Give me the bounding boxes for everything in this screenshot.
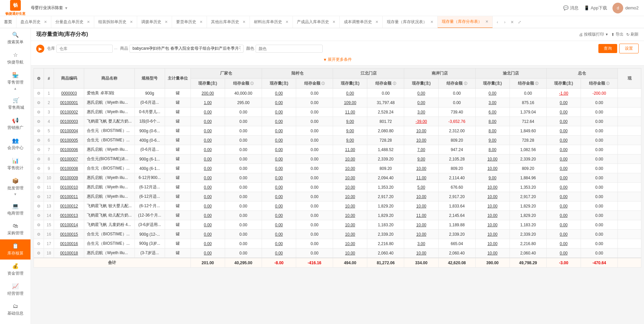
row-jiangbei-stock[interactable]: 10.00 [333,201,367,211]
row-jiangbei-stock[interactable]: 109.00 [333,98,367,107]
row-jiangbei-stock[interactable]: 9.00 [333,126,367,136]
row-code[interactable]: 00100007 [54,154,84,164]
row-yubei-stock[interactable]: 10.00 [475,192,509,201]
row-luoshan-stock[interactable]: 0.00 [262,164,296,173]
row-total-stock[interactable]: 0.00 [546,248,581,258]
message-btn[interactable]: 💬 消息 [563,5,579,11]
row-total-stock[interactable]: 0.00 [546,117,581,126]
warehouse-input[interactable] [56,45,113,53]
row-luoshan-stock[interactable]: 0.00 [262,211,296,220]
row-code[interactable]: 00100002 [54,107,84,117]
row-total-stock[interactable]: 0.00 [546,126,581,136]
row-factory-stock[interactable]: 200.00 [191,89,225,98]
row-jiangbei-stock[interactable]: 10.00 [333,248,367,258]
sidebar-item-system[interactable]: ⚙ 系统管理 [0,320,31,324]
sidebar-item-finance[interactable]: 💰 资金管理 [0,260,31,280]
row-nangang-stock[interactable]: -39.00 [404,117,438,126]
settings-btn[interactable]: 设置 [619,44,639,53]
row-total-stock[interactable]: 0.00 [546,164,581,173]
row-luoshan-stock[interactable]: 0.00 [262,220,296,230]
row-nangang-stock[interactable]: 3.00 [404,239,438,248]
row-settings[interactable]: ⚙ [34,220,44,230]
row-factory-stock[interactable]: 0.00 [191,220,225,230]
tab-yaohuo[interactable]: 要货单历史 ✕ [172,16,207,28]
sidebar-item-operations[interactable]: 📈 经营管理 [0,280,31,300]
close-qitachuku[interactable]: ✕ [243,20,246,24]
row-factory-stock[interactable]: 0.00 [191,145,225,154]
row-yubei-stock[interactable]: 8.00 [475,117,509,126]
row-code[interactable]: 00100013 [54,211,84,220]
row-total-stock[interactable]: 0.00 [546,154,581,164]
row-yubei-stock[interactable]: 9.00 [475,173,509,183]
row-jiangbei-stock[interactable]: 11.00 [333,107,367,117]
row-settings[interactable]: ⚙ [34,126,44,136]
row-code[interactable]: 00100001 [54,98,84,107]
row-jiangbei-stock[interactable]: 10.00 [333,154,367,164]
row-code[interactable]: 00100014 [54,220,84,230]
row-code[interactable]: 00100006 [54,145,84,154]
row-factory-stock[interactable]: 0.00 [191,192,225,201]
row-yubei-stock[interactable]: 6.00 [475,107,509,117]
row-total-stock[interactable]: 0.00 [546,173,581,183]
row-yubei-stock[interactable]: 10.00 [475,239,509,248]
row-factory-stock[interactable]: 0.00 [191,239,225,248]
row-yubei-stock[interactable]: 0.00 [475,89,509,98]
row-settings[interactable]: ⚙ [34,192,44,201]
row-factory-stock[interactable]: 0.00 [191,126,225,136]
row-yubei-stock[interactable]: 10.00 [475,220,509,230]
close-kucunfenbu[interactable]: ✕ [485,19,488,24]
row-yubei-stock[interactable]: 8.00 [475,145,509,154]
tab-wuliaochu[interactable]: 材料出库单历史 ✕ [250,16,293,28]
row-total-stock[interactable]: 0.00 [546,201,581,211]
row-nangang-stock[interactable]: 10.00 [404,136,438,145]
sidebar-item-purchase[interactable]: 🛍 采购管理 [0,220,31,239]
row-jiangbei-stock[interactable]: 10.00 [333,164,367,173]
row-yubei-stock[interactable]: 8.00 [475,126,509,136]
settings-gear-icon[interactable]: ⚙ [37,76,41,81]
row-code[interactable]: 00100012 [54,201,84,211]
row-yubei-stock[interactable]: 10.00 [475,230,509,239]
sidebar-item-shortcut[interactable]: ☆ 快捷导航 [0,48,31,68]
nav-expand[interactable]: ⤢ [516,19,523,26]
refresh-action[interactable]: ↻ 刷新 [626,32,639,37]
sidebar-item-wholesale[interactable]: 📦 批发管理 ▼ [0,174,31,199]
tab-kucunzhuangtai[interactable]: 现存量（库存状况表） ✕ [383,16,438,28]
row-luoshan-stock[interactable]: 0.00 [262,154,296,164]
row-nangang-stock[interactable]: 10.00 [404,126,438,136]
row-settings[interactable]: ⚙ [34,89,44,98]
row-yubei-stock[interactable]: 10.00 [475,164,509,173]
row-luoshan-stock[interactable]: 0.00 [262,230,296,239]
row-luoshan-stock[interactable]: 0.00 [262,201,296,211]
tab-chanchengru[interactable]: 产成品入库单历史 ✕ [293,16,340,28]
row-nangang-stock[interactable]: 9.00 [404,154,438,164]
expand-more-btn[interactable]: ▼ 展开更多条件 [323,57,352,62]
row-code[interactable]: 00100015 [54,230,84,239]
row-luoshan-stock[interactable]: 0.00 [262,192,296,201]
row-code[interactable]: 00100010 [54,183,84,192]
row-factory-stock[interactable]: 0.00 [191,136,225,145]
sidebar-item-ecommerce[interactable]: 💻 电商管理 [0,199,31,220]
row-code[interactable]: 00100004 [54,126,84,136]
row-total-stock[interactable]: 0.00 [546,230,581,239]
row-total-stock[interactable]: 0.00 [546,107,581,117]
row-nangang-stock[interactable]: 0.00 [404,98,438,107]
row-luoshan-stock[interactable]: 0.00 [262,145,296,154]
row-factory-stock[interactable]: 0.00 [191,107,225,117]
row-settings[interactable]: ⚙ [34,164,44,173]
close-chanchengru[interactable]: ✕ [332,20,335,24]
sidebar-item-retail-stats[interactable]: 📊 零售统计 [0,154,31,174]
row-nangang-stock[interactable]: 10.00 [404,201,438,211]
sidebar-item-marketing[interactable]: 📢 营销推广 [0,114,31,134]
row-jiangbei-stock[interactable]: 10.00 [333,239,367,248]
row-yubei-stock[interactable]: 10.00 [475,201,509,211]
row-jiangbei-stock[interactable]: 10.00 [333,183,367,192]
row-jiangbei-stock[interactable]: 11.00 [333,145,367,154]
row-settings[interactable]: ⚙ [34,248,44,258]
row-settings[interactable]: ⚙ [34,107,44,117]
row-factory-stock[interactable]: 0.00 [191,211,225,220]
row-luoshan-stock[interactable]: 0.00 [262,173,296,183]
user-area[interactable]: d demo2 [612,3,639,13]
row-factory-stock[interactable]: 0.00 [191,117,225,126]
export-action[interactable]: ⬆ 导出 [611,32,624,37]
row-code[interactable]: 0000003 [54,89,84,98]
